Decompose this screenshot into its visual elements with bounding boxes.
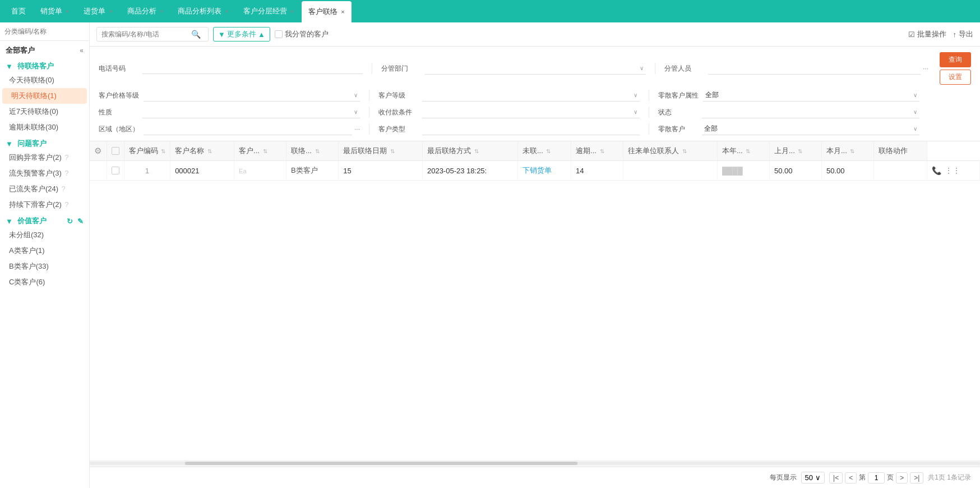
retail-select[interactable]: 全部 ∨ [702, 123, 919, 135]
batch-operation-btn[interactable]: ☑ 批量操作 [908, 29, 946, 39]
row-contact-count: 15 [339, 161, 423, 181]
customer-level-select[interactable]: ∨ [422, 89, 640, 102]
sidebar-item-churn-warning[interactable]: 流失预警客户(3) ? [0, 165, 89, 181]
more-dots-icon[interactable]: ··· [354, 125, 360, 133]
nav-close-icon[interactable]: × [109, 8, 112, 15]
first-page-btn[interactable]: |< [829, 472, 843, 484]
sidebar-item-tomorrow[interactable]: 明天待联络(1) [2, 88, 87, 104]
col-overdue[interactable]: 逾期... ⇅ [571, 141, 623, 161]
col-code[interactable]: 客户编码 ⇅ [124, 141, 170, 161]
sidebar-item-declining[interactable]: 持续下滑客户(2) ? [0, 197, 89, 213]
per-page-label: 每页显示 [770, 473, 797, 482]
nature-select[interactable]: ∨ [142, 106, 360, 118]
filter-manager: 分管人员 ··· [664, 62, 928, 75]
payment-select[interactable]: ∨ [422, 106, 640, 118]
filter-payment: 收付款条件 ∨ [378, 106, 640, 118]
search-icon[interactable]: 🔍 [191, 30, 201, 39]
settings-button[interactable]: 设置 [940, 70, 971, 85]
col-actions: 联络动作 [874, 141, 927, 161]
row-type: B类客户 [286, 161, 339, 181]
col-contacts[interactable]: 往来单位联系人 ⇅ [623, 141, 718, 161]
nav-close-icon[interactable]: × [290, 8, 294, 15]
scrollbar-thumb[interactable] [185, 462, 577, 465]
batch-icon: ☑ [908, 30, 915, 39]
price-level-select[interactable]: ∨ [144, 89, 360, 102]
retail-attr-select[interactable]: 全部 ∨ [703, 89, 919, 102]
sidebar-item-7days[interactable]: 近7天待联络(0) [0, 104, 89, 119]
filter-region: 区域（地区） ··· [99, 123, 360, 135]
nav-home[interactable]: 首页 [4, 0, 33, 22]
more-filter-btn[interactable]: ▼ 更多条件 ▲ [213, 27, 270, 42]
col-last-month[interactable]: 上月... ⇅ [769, 141, 821, 161]
scrollbar-track[interactable] [90, 462, 980, 465]
page-number-input[interactable] [868, 472, 885, 484]
query-button[interactable]: 查询 [940, 52, 971, 67]
chevron-down-icon: ∨ [354, 109, 358, 115]
prev-page-btn[interactable]: < [845, 472, 857, 484]
header-checkbox[interactable] [112, 147, 119, 155]
sort-icon: ⇅ [546, 148, 551, 154]
search-input[interactable] [101, 30, 191, 38]
search-box: 🔍 [96, 27, 209, 42]
col-contact-count[interactable]: 联络... ⇅ [286, 141, 339, 161]
nav-close-icon[interactable]: × [66, 8, 69, 15]
nav-product-analysis-list[interactable]: 商品分析列表 × [171, 0, 235, 22]
manager-select[interactable] [708, 62, 921, 75]
col-last-date[interactable]: 最后联络日期 ⇅ [339, 141, 423, 161]
last-method-link[interactable]: 下销货单 [523, 166, 552, 174]
more-dots-icon[interactable]: ··· [923, 65, 928, 72]
export-btn[interactable]: ↑ 导出 [953, 29, 974, 39]
nav-customer-layering[interactable]: 客户分层经营 × [237, 0, 301, 22]
col-type[interactable]: 客户... ⇅ [234, 141, 286, 161]
sidebar-item-churned[interactable]: 已流失客户(24) ? [0, 181, 89, 197]
sidebar-item-today[interactable]: 今天待联络(0) [0, 72, 89, 88]
row-num: 1 [124, 161, 170, 181]
nav-sales-order[interactable]: 销货单 × [34, 0, 76, 22]
nav-customer-contact[interactable]: 客户联络 × [302, 1, 351, 22]
horizontal-scrollbar[interactable] [90, 460, 980, 467]
sidebar-search-input[interactable] [4, 27, 89, 35]
filter-customer-type: 客户类型 [378, 123, 640, 135]
edit-icon[interactable]: ✎ [77, 217, 84, 225]
refresh-icon[interactable]: ↻ [67, 217, 73, 225]
col-uncontact[interactable]: 未联... ⇅ [517, 141, 571, 161]
region-select[interactable] [144, 123, 352, 135]
status-select[interactable]: ∨ [702, 106, 919, 118]
col-this-year[interactable]: 本年... ⇅ [717, 141, 769, 161]
sort-icon: ⇅ [315, 148, 320, 154]
last-page-btn[interactable]: >| [910, 472, 923, 484]
collapse-arrow-icon: ▼ [6, 62, 13, 71]
more-action-icon[interactable]: ⋮⋮ [945, 166, 960, 175]
action-buttons: 📞 ⋮⋮ [932, 166, 975, 175]
sidebar-item-class-a[interactable]: A类客户(1) [0, 243, 89, 259]
table-area: ⚙ 客户编码 ⇅ 客户名称 ⇅ [90, 141, 980, 460]
sidebar-item-class-c[interactable]: C类客户(6) [0, 274, 89, 290]
customer-type-select[interactable] [422, 123, 640, 135]
customers-table: ⚙ 客户编码 ⇅ 客户名称 ⇅ [90, 141, 980, 181]
per-page-select[interactable]: 50 ∨ [801, 472, 825, 484]
my-customers-checkbox[interactable] [275, 30, 283, 38]
col-last-method[interactable]: 最后联络方式 ⇅ [422, 141, 517, 161]
dept-select[interactable]: ∨ [425, 62, 645, 75]
sidebar-collapse-icon[interactable]: « [80, 47, 84, 54]
sort-icon: ⇅ [850, 148, 854, 154]
sidebar-item-overdue[interactable]: 逾期未联络(30) [0, 119, 89, 135]
nav-purchase-order[interactable]: 进货单 × [77, 0, 119, 22]
filter-phone: 电话号码 [99, 63, 363, 74]
col-name[interactable]: 客户名称 ⇅ [170, 141, 234, 161]
gear-icon[interactable]: ⚙ [94, 146, 101, 155]
sidebar-item-class-b[interactable]: B类客户(33) [0, 259, 89, 274]
nav-product-analysis[interactable]: 商品分析 × [121, 0, 170, 22]
col-this-month[interactable]: 本月... ⇅ [821, 141, 873, 161]
nav-close-icon[interactable]: × [341, 8, 344, 15]
contact-action-icon[interactable]: 📞 [932, 166, 941, 175]
sidebar-item-ungrouped[interactable]: 未分组(32) [0, 227, 89, 243]
filter-dept: 分管部门 ∨ [381, 62, 645, 75]
nav-close-icon[interactable]: × [160, 8, 163, 15]
nav-close-icon[interactable]: × [225, 8, 228, 15]
sidebar-item-repurchase-abnormal[interactable]: 回购异常客户(2) ? [0, 150, 89, 165]
sidebar-search-area: 🔍 [0, 22, 89, 41]
row-select-checkbox[interactable] [112, 167, 119, 174]
phone-input[interactable] [142, 63, 363, 74]
next-page-btn[interactable]: > [896, 472, 908, 484]
